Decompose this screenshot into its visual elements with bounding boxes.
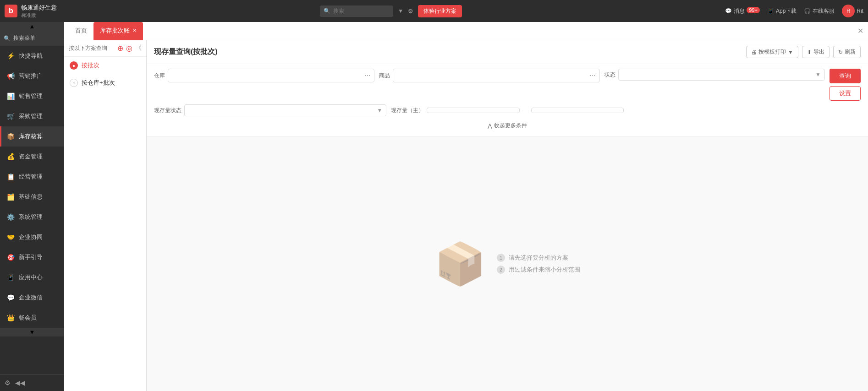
refresh-btn[interactable]: ↻ 刷新 xyxy=(833,46,861,58)
guide-icon: 🎯 xyxy=(6,253,15,262)
trial-btn[interactable]: 体验行业方案 xyxy=(418,5,462,17)
settings-button[interactable]: 设置 xyxy=(830,86,861,101)
sidebar-item-marketing[interactable]: 📢 营销推广 xyxy=(0,66,64,86)
empty-state-content: 📦 1 请先选择要分析的方案 2 用过滤条件来缩小分析范围 xyxy=(434,240,580,288)
tab-bar: 首页 库存批次账 ✕ ✕ xyxy=(64,22,868,40)
status-label: 状态 xyxy=(604,71,615,79)
empty-tip-1: 1 请先选择要分析的方案 xyxy=(497,254,580,262)
sidebar-item-wechat[interactable]: 💬 企业微信 xyxy=(0,288,64,308)
sidebar-item-sales[interactable]: 📊 销售管理 xyxy=(0,86,64,106)
message-badge: 99+ xyxy=(747,7,760,13)
search-icon-sidebar: 🔍 xyxy=(4,35,11,42)
empty-state: 📦 1 请先选择要分析的方案 2 用过滤条件来缩小分析范围 xyxy=(147,136,868,391)
filter-goods-group: 商品 ··· xyxy=(379,69,599,82)
tab-close-btn[interactable]: ✕ xyxy=(132,27,137,33)
filter-warehouse-group: 仓库 ··· xyxy=(154,69,374,82)
filter-area: 仓库 ··· 商品 ··· xyxy=(147,64,868,136)
warehouse-label: 仓库 xyxy=(154,72,165,80)
empty-tip-2: 2 用过滤条件来缩小分析范围 xyxy=(497,266,580,274)
export-icon: ⬆ xyxy=(807,49,812,55)
search-icon: 🔍 xyxy=(324,8,330,14)
collapse-btn[interactable]: ⋀ 收起更多条件 xyxy=(484,120,531,131)
sidebar-item-purchase[interactable]: 🛒 采购管理 xyxy=(0,106,64,126)
inv-qty-input-start[interactable] xyxy=(427,108,519,113)
sidebar-item-finance[interactable]: 💰 资金管理 xyxy=(0,147,64,167)
sidebar-scroll-up[interactable]: ▲ xyxy=(0,22,64,31)
print-icon: 🖨 xyxy=(751,49,757,55)
scheme-collapse-icon[interactable]: 《 xyxy=(135,44,142,53)
scheme-header-icons: ⊕ ◎ 《 xyxy=(117,44,142,53)
collapse-row: ⋀ 收起更多条件 xyxy=(154,120,861,131)
top-search[interactable]: 🔍 搜索 xyxy=(320,5,393,17)
top-bar-right: 💬 消息 99+ 📱 App下载 🎧 在线客服 R Rit xyxy=(725,5,863,17)
scheme-settings-icon[interactable]: ◎ xyxy=(126,44,132,53)
tab-batch-account[interactable]: 库存批次账 ✕ xyxy=(93,22,143,40)
scheme-item-by-warehouse-batch[interactable]: ○ 按仓库+批次 xyxy=(64,74,146,92)
tab-home[interactable]: 首页 xyxy=(69,22,93,40)
sidebar-item-inventory[interactable]: 📦 库存核算 xyxy=(0,126,64,147)
operations-icon: 📋 xyxy=(6,172,15,181)
page-title-bar: 现存量查询(按批次) 🖨 按模板打印 ▼ ⬆ 导出 ↻ xyxy=(147,40,868,64)
query-button[interactable]: 查询 xyxy=(830,69,861,83)
sidebar-bottom: ⚙ ◀◀ xyxy=(0,374,64,391)
inv-qty-input-end[interactable] xyxy=(531,108,624,113)
sales-icon: 📊 xyxy=(6,92,15,101)
warehouse-input[interactable]: ··· xyxy=(168,69,374,82)
page-title-actions: 🖨 按模板打印 ▼ ⬆ 导出 ↻ 刷新 xyxy=(746,46,861,58)
online-service-btn[interactable]: 🎧 在线客服 xyxy=(804,7,835,15)
finance-icon: 💰 xyxy=(6,152,15,161)
right-content: 现存量查询(按批次) 🖨 按模板打印 ▼ ⬆ 导出 ↻ xyxy=(147,40,868,391)
sidebar-item-system[interactable]: ⚙️ 系统管理 xyxy=(0,207,64,227)
enterprise-icon: 🤝 xyxy=(6,233,15,242)
sidebar-search[interactable]: 🔍 搜索菜单 xyxy=(0,31,64,46)
settings-icon[interactable]: ⚙ xyxy=(408,8,413,15)
sidebar-item-enterprise[interactable]: 🤝 企业协同 xyxy=(0,227,64,247)
scheme-item-by-batch[interactable]: ● 按批次 xyxy=(64,57,146,74)
inv-status-label: 现存量状态 xyxy=(154,107,181,114)
filter-row-1: 仓库 ··· 商品 ··· xyxy=(154,69,861,101)
status-select[interactable]: ▼ xyxy=(618,69,825,81)
sidebar-scroll-down[interactable]: ▼ xyxy=(0,328,64,337)
app-download-btn[interactable]: 📱 App下载 xyxy=(767,7,797,15)
add-scheme-icon[interactable]: ⊕ xyxy=(117,44,123,53)
bottom-collapse-icon[interactable]: ◀◀ xyxy=(15,379,25,386)
empty-tips: 1 请先选择要分析的方案 2 用过滤条件来缩小分析范围 xyxy=(497,254,580,274)
goods-more-icon[interactable]: ··· xyxy=(589,71,595,80)
sidebar-item-member[interactable]: 👑 畅会员 xyxy=(0,308,64,328)
app-logo: b xyxy=(5,5,17,17)
left-panel: 按以下方案查询 ⊕ ◎ 《 ● 按批次 ○ 按仓库+批次 xyxy=(64,40,147,391)
filter-status-group: 状态 ▼ xyxy=(604,69,825,81)
sidebar-item-operations[interactable]: 📋 经营管理 xyxy=(0,167,64,187)
sidebar-item-guide[interactable]: 🎯 新手引导 xyxy=(0,247,64,267)
goods-input[interactable]: ··· xyxy=(393,69,599,82)
inventory-icon: 📦 xyxy=(6,132,15,141)
apps-icon: 📱 xyxy=(6,273,15,282)
export-btn[interactable]: ⬆ 导出 xyxy=(802,46,830,58)
sidebar-item-apps[interactable]: 📱 应用中心 xyxy=(0,267,64,288)
bottom-settings-icon[interactable]: ⚙ xyxy=(5,379,11,386)
main-container: ▲ 🔍 搜索菜单 ⚡ 快捷导航 📢 营销推广 📊 销售管理 🛒 采购管理 📦 库… xyxy=(0,22,868,391)
sidebar-item-basic[interactable]: 🗂️ 基础信息 xyxy=(0,187,64,207)
app-version: 标准版 xyxy=(21,12,57,19)
query-settings-btns: 查询 设置 xyxy=(830,69,861,101)
dropdown-icon[interactable]: ▼ xyxy=(398,8,403,14)
purchase-icon: 🛒 xyxy=(6,112,15,121)
marketing-icon: 📢 xyxy=(6,71,15,81)
user-avatar-btn[interactable]: R Rit xyxy=(842,5,863,17)
print-dropdown-icon: ▼ xyxy=(788,49,793,55)
panel-close-btn[interactable]: ✕ xyxy=(857,27,863,35)
member-icon: 👑 xyxy=(6,313,15,322)
refresh-icon: ↻ xyxy=(838,49,843,55)
print-btn[interactable]: 🖨 按模板打印 ▼ xyxy=(746,46,798,58)
company-name: 畅康通好生意 xyxy=(21,4,57,12)
sidebar-item-quick-nav[interactable]: ⚡ 快捷导航 xyxy=(0,46,64,66)
status-dropdown-icon[interactable]: ▼ xyxy=(815,71,821,78)
message-btn[interactable]: 💬 消息 99+ xyxy=(725,7,760,15)
inv-status-dropdown-icon[interactable]: ▼ xyxy=(377,107,382,114)
warehouse-more-icon[interactable]: ··· xyxy=(364,71,370,80)
filter-inv-qty-group: 现存量（主） — xyxy=(391,107,623,114)
inv-status-select[interactable]: ▼ xyxy=(184,104,386,116)
avatar: R xyxy=(842,5,855,17)
app-info: 畅康通好生意 标准版 xyxy=(21,4,57,19)
qty-dash: — xyxy=(522,107,528,114)
